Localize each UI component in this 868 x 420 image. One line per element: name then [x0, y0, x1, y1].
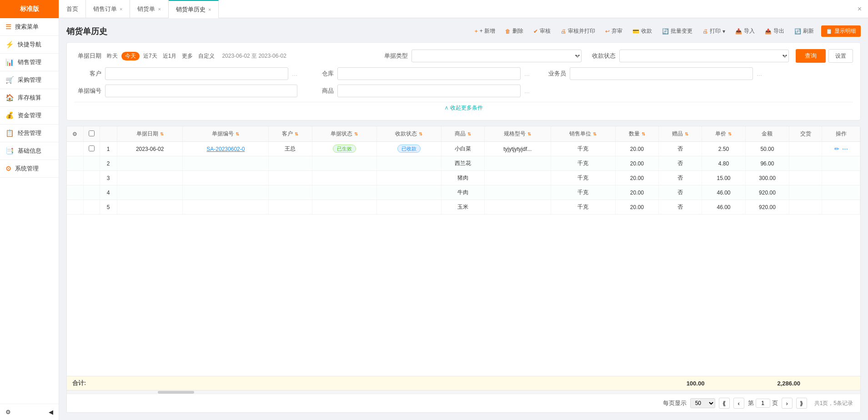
col-gift[interactable]: 赠品⇅: [659, 126, 702, 142]
customer-input[interactable]: [105, 67, 288, 80]
sidebar-item-inventory[interactable]: 🏠 库存核算: [0, 89, 59, 107]
audit-btn[interactable]: ✔ 审核: [531, 25, 553, 37]
search-menu-icon: ☰: [5, 23, 11, 31]
cell-doc-no[interactable]: [183, 200, 269, 215]
batch-change-btn[interactable]: 🔄 批量变更: [659, 25, 695, 37]
tab-sales-order[interactable]: 销售订单 ×: [86, 0, 130, 18]
audit-print-btn[interactable]: 🖨 审核并打印: [558, 25, 598, 37]
select-all-checkbox[interactable]: [89, 130, 95, 136]
page-prev-btn[interactable]: ‹: [733, 398, 744, 409]
refresh-btn[interactable]: 🔃 刷新: [792, 25, 817, 37]
sort-paystatus-icon: ⇅: [419, 131, 422, 136]
date-tab-yesterday[interactable]: 昨天: [105, 52, 120, 60]
query-button[interactable]: 查询: [796, 49, 826, 63]
import-btn[interactable]: 📥 导入: [733, 25, 758, 37]
col-goods[interactable]: 商品⇅: [441, 126, 484, 142]
sidebar-item-purchase-mgmt[interactable]: 🛒 采购管理: [0, 71, 59, 89]
pay-status-filter-item: 收款状态 ▾: [588, 50, 787, 62]
collect-btn[interactable]: 💳 收款: [630, 25, 655, 37]
tab-sales-goods-close[interactable]: ×: [158, 6, 161, 12]
show-detail-icon: 📋: [826, 28, 833, 35]
date-tab-1month[interactable]: 近1月: [161, 52, 179, 60]
cell-checkbox[interactable]: [83, 171, 100, 185]
edit-btn[interactable]: ✏: [834, 145, 839, 152]
salesperson-dots-btn[interactable]: ...: [757, 70, 762, 77]
cell-qty: 20.00: [615, 156, 658, 171]
more-btn[interactable]: ⋯: [842, 145, 848, 152]
tab-sales-goods[interactable]: 销货单 ×: [130, 0, 168, 18]
set-button[interactable]: 设置: [828, 49, 853, 63]
goods-label: 商品: [306, 87, 334, 95]
show-detail-btn[interactable]: 📋 显示明细: [821, 25, 861, 37]
page-label: 第: [748, 399, 754, 407]
abandon-btn[interactable]: ↩ 弃审: [602, 25, 625, 37]
window-close-btn[interactable]: ×: [851, 5, 868, 13]
doc-no-input[interactable]: [105, 85, 297, 97]
sort-customer-icon: ⇅: [295, 131, 298, 136]
cell-doc-no[interactable]: [183, 185, 269, 200]
cell-index: 5: [100, 200, 117, 215]
col-doc-no[interactable]: 单据编号⇅: [183, 126, 269, 142]
col-unit[interactable]: 销售单位⇅: [551, 126, 615, 142]
customer-dots-btn[interactable]: ...: [292, 70, 297, 77]
cell-checkbox[interactable]: [83, 142, 100, 156]
col-settings[interactable]: ⚙: [67, 126, 83, 142]
sidebar-item-basic-info[interactable]: 📑 基础信息: [0, 142, 59, 160]
col-pay-status[interactable]: 收款状态⇅: [376, 126, 441, 142]
date-tab-today[interactable]: 今天: [121, 52, 140, 60]
col-checkbox[interactable]: [83, 126, 100, 142]
sidebar-settings-btn[interactable]: ⚙ ◀: [0, 404, 59, 420]
col-price[interactable]: 单价⇅: [702, 126, 745, 142]
page-first-btn[interactable]: ⟪: [719, 398, 730, 409]
footer-label: 合计:: [72, 379, 86, 387]
warehouse-dots-btn[interactable]: ...: [524, 70, 530, 77]
per-page-select[interactable]: 50 100 200: [690, 398, 715, 408]
sidebar-item-ops-mgmt[interactable]: 📋 经营管理: [0, 125, 59, 142]
cell-checkbox[interactable]: [83, 156, 100, 171]
cell-checkbox[interactable]: [83, 185, 100, 200]
date-tab-7days[interactable]: 近7天: [141, 52, 159, 60]
date-tab-more[interactable]: 更多: [180, 52, 195, 60]
col-doc-status[interactable]: 单据状态⇅: [312, 126, 376, 142]
cell-doc-no[interactable]: [183, 156, 269, 171]
sidebar-item-finance-mgmt[interactable]: 💰 资金管理: [0, 107, 59, 125]
export-btn[interactable]: 📤 导出: [762, 25, 787, 37]
col-qty[interactable]: 数量⇅: [615, 126, 658, 142]
collapse-btn[interactable]: ∧ 收起更多条件: [74, 102, 853, 114]
pay-status-label: 收款状态: [588, 52, 616, 60]
cell-checkbox[interactable]: [83, 200, 100, 215]
cell-pay-status: [376, 171, 441, 185]
tab-sales-history[interactable]: 销货单历史 ×: [169, 0, 219, 18]
doc-type-select[interactable]: [411, 50, 581, 62]
delete-btn[interactable]: 🗑 删除: [502, 25, 526, 37]
col-customer[interactable]: 客户⇅: [269, 126, 312, 142]
date-tab-custom[interactable]: 自定义: [196, 52, 216, 60]
tab-home[interactable]: 首页: [59, 0, 86, 18]
page-next-btn[interactable]: ›: [782, 398, 793, 409]
table-scrollbar[interactable]: [67, 390, 860, 394]
pay-status-select[interactable]: [619, 50, 789, 62]
cell-doc-no[interactable]: [183, 171, 269, 185]
sidebar-item-sys-mgmt[interactable]: ⚙ 系统管理: [0, 160, 59, 178]
warehouse-input[interactable]: [337, 67, 521, 80]
sidebar-item-quick-nav[interactable]: ⚡ 快捷导航: [0, 36, 59, 54]
col-spec[interactable]: 规格型号⇅: [484, 126, 551, 142]
new-btn[interactable]: + + 新增: [472, 25, 498, 37]
action-btns: ✏⋯: [825, 145, 857, 152]
sidebar-item-sales-mgmt[interactable]: 📊 销售管理: [0, 54, 59, 71]
print-btn[interactable]: 🖨 打印 ▾: [700, 25, 728, 37]
salesperson-input[interactable]: [570, 67, 753, 80]
collapse-icon[interactable]: ◀: [49, 409, 53, 415]
goods-dots-btn[interactable]: ...: [524, 87, 530, 95]
page-number-input[interactable]: [756, 399, 770, 408]
table-scroll[interactable]: ⚙ 单据日期⇅ 单据编号⇅ 客户⇅ 单据状态⇅ 收款状态⇅ 商品⇅ 规格型号⇅ …: [67, 126, 860, 376]
cell-doc-no[interactable]: SA-20230602-0: [183, 142, 269, 156]
page-last-btn[interactable]: ⟫: [796, 398, 807, 409]
col-date[interactable]: 单据日期⇅: [117, 126, 183, 142]
sidebar-item-search-menu[interactable]: ☰ 搜索菜单: [0, 18, 59, 36]
goods-input[interactable]: [337, 85, 521, 97]
doc-no-link[interactable]: SA-20230602-0: [206, 146, 245, 152]
row-checkbox[interactable]: [89, 145, 95, 151]
tab-sales-order-close[interactable]: ×: [120, 6, 122, 12]
tab-sales-history-close[interactable]: ×: [208, 7, 211, 12]
